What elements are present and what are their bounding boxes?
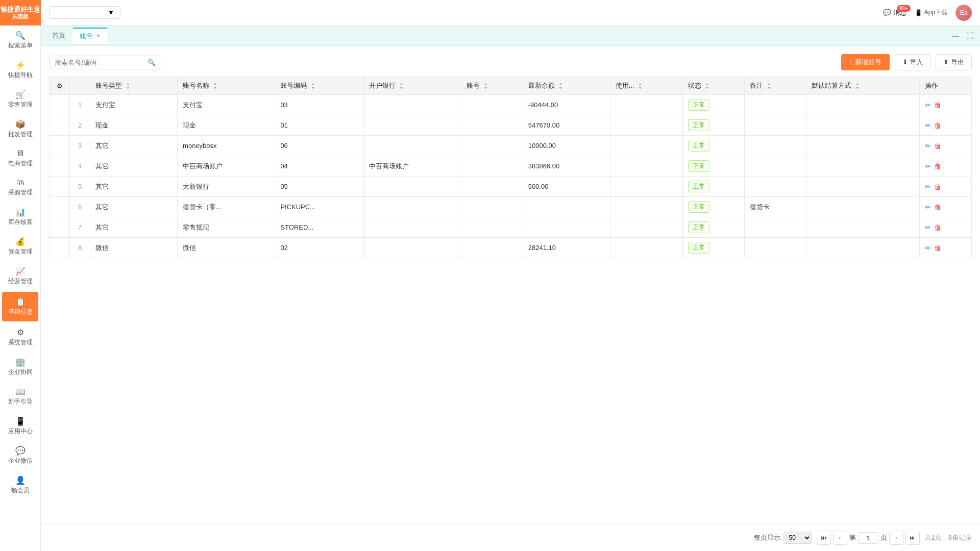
th-usage-sort: ▲▼	[638, 82, 642, 90]
th-usage[interactable]: 使用... ▲▼	[610, 77, 682, 95]
row-edit-btn[interactable]: ✏	[925, 142, 931, 150]
row-edit-btn[interactable]: ✏	[925, 183, 931, 191]
per-page-select[interactable]: 50 100 200	[783, 532, 812, 544]
row-code-cell: 06	[275, 136, 363, 156]
row-bank-cell	[363, 95, 461, 115]
tabbar-minimize-btn[interactable]: —	[949, 30, 962, 42]
row-delete-btn[interactable]: 🗑	[934, 142, 941, 150]
th-usage-label: 使用...	[616, 82, 634, 89]
tabbar-maximize-btn[interactable]: ⛶	[964, 30, 976, 42]
row-bank-cell	[363, 217, 461, 238]
row-bank-cell	[363, 197, 461, 217]
row-num-cell: 3	[70, 136, 90, 156]
th-code[interactable]: 账号编码 ▲▼	[275, 77, 363, 95]
sidebar-item-newbie[interactable]: 📖 新手引导	[0, 382, 40, 411]
row-type-cell: 其它	[90, 136, 178, 156]
tab-account-close[interactable]: ✕	[96, 33, 101, 39]
row-delete-btn[interactable]: 🗑	[934, 244, 941, 252]
sidebar-item-ecommerce-label: 电商管理	[2, 159, 38, 168]
tab-account[interactable]: 账号 ✕	[72, 28, 108, 44]
row-remark-cell	[745, 177, 806, 197]
topbar-message[interactable]: 💬 消息 99+	[883, 8, 906, 17]
th-operation-label: 操作	[925, 82, 938, 89]
th-account[interactable]: 账号 ▲▼	[461, 77, 523, 95]
add-account-button[interactable]: + 新增账号	[841, 54, 890, 70]
th-name-label: 账号名称	[183, 82, 209, 89]
export-button[interactable]: ⬆ 导出	[936, 54, 972, 70]
row-type-cell: 其它	[90, 177, 178, 197]
row-delete-btn[interactable]: 🗑	[934, 203, 941, 211]
th-status[interactable]: 状态 ▲▼	[682, 77, 745, 95]
th-status-label: 状态	[688, 82, 701, 89]
page-input[interactable]	[858, 532, 878, 544]
row-edit-btn[interactable]: ✏	[925, 244, 931, 252]
row-edit-btn[interactable]: ✏	[925, 101, 931, 109]
account-table: ⚙ 账号类型 ▲▼ 账号名称 ▲▼ 账号编码 ▲▼ 开户	[49, 77, 972, 258]
sidebar-item-member[interactable]: 👤 畅会员	[0, 470, 40, 500]
th-status-sort: ▲▼	[705, 82, 709, 90]
sidebar-item-wechat[interactable]: 💬 企业微信	[0, 441, 40, 470]
th-balance[interactable]: 最新余额 ▲▼	[523, 77, 610, 95]
account-search-input[interactable]	[55, 59, 144, 66]
sidebar-item-newbie-label: 新手引导	[2, 397, 38, 406]
row-edit-btn[interactable]: ✏	[925, 223, 931, 232]
sidebar-item-basic[interactable]: 📋 基础信息	[2, 292, 38, 321]
th-balance-sort: ▲▼	[558, 82, 562, 90]
sidebar-item-system[interactable]: ⚙ 系统管理	[0, 322, 40, 352]
page-next-btn[interactable]: ›	[889, 531, 903, 545]
sidebar-item-operations[interactable]: 📈 经营管理	[0, 261, 40, 291]
sidebar-item-app-center[interactable]: 📱 应用中心	[0, 411, 40, 441]
row-num-cell: 1	[70, 95, 90, 115]
th-bank[interactable]: 开户银行 ▲▼	[363, 77, 461, 95]
page-first-btn[interactable]: ⏮	[817, 531, 831, 545]
sidebar-item-inventory[interactable]: 📊 库存核算	[0, 202, 40, 232]
sidebar-item-retail[interactable]: 🛒 零售管理	[0, 85, 40, 114]
sidebar-item-search[interactable]: 🔍 搜索菜单	[0, 26, 40, 55]
toolbar-left: 🔍	[49, 56, 161, 69]
main-area: ▼ 💬 消息 99+ 📱 App下载 Ea 首页 账号 ✕	[41, 0, 980, 551]
sidebar-item-ecommerce[interactable]: 🖥 电商管理	[0, 144, 40, 173]
row-delete-btn[interactable]: 🗑	[934, 121, 941, 130]
row-delete-btn[interactable]: 🗑	[934, 223, 941, 232]
th-name[interactable]: 账号名称 ▲▼	[178, 77, 275, 95]
sidebar-item-system-label: 系统管理	[2, 338, 38, 347]
row-delete-btn[interactable]: 🗑	[934, 162, 941, 170]
table-header-row: ⚙ 账号类型 ▲▼ 账号名称 ▲▼ 账号编码 ▲▼ 开户	[50, 77, 972, 95]
sidebar-item-wholesale[interactable]: 📦 批发管理	[0, 114, 40, 144]
user-avatar[interactable]: Ea	[955, 5, 972, 21]
sidebar-item-purchase[interactable]: 🛍 采购管理	[0, 173, 40, 202]
topbar-search-box[interactable]: ▼	[49, 6, 120, 19]
th-remark[interactable]: 备注 ▲▼	[745, 77, 806, 95]
row-account-cell	[461, 95, 523, 115]
row-usage-cell	[610, 238, 682, 258]
topbar-search-input[interactable]	[54, 9, 105, 16]
row-name-cell: 提货卡（零...	[178, 197, 275, 217]
enterprise-icon: 🏢	[2, 357, 38, 367]
th-code-label: 账号编码	[280, 82, 307, 89]
row-name-cell: 支付宝	[178, 95, 275, 115]
row-code-cell: 01	[275, 115, 363, 136]
tab-home[interactable]: 首页	[45, 28, 72, 43]
th-settings[interactable]: ⚙	[50, 77, 70, 95]
row-edit-btn[interactable]: ✏	[925, 203, 931, 211]
page-last-btn[interactable]: ⏭	[905, 531, 920, 545]
row-account-cell	[461, 136, 523, 156]
sidebar-item-finance[interactable]: 💰 资金管理	[0, 232, 40, 261]
row-status-cell: 正常	[682, 177, 745, 197]
th-type[interactable]: 账号类型 ▲▼	[90, 77, 178, 95]
row-edit-btn[interactable]: ✏	[925, 162, 931, 170]
row-num-cell: 7	[70, 217, 90, 238]
th-default-settlement[interactable]: 默认结算方式 ▲▼	[806, 77, 919, 95]
row-edit-btn[interactable]: ✏	[925, 121, 931, 130]
row-remark-cell	[745, 156, 806, 177]
row-delete-btn[interactable]: 🗑	[934, 101, 941, 109]
topbar-app-download[interactable]: 📱 App下载	[915, 8, 947, 17]
topbar-dropdown-arrow[interactable]: ▼	[108, 9, 114, 16]
th-account-sort: ▲▼	[483, 82, 487, 90]
row-delete-btn[interactable]: 🗑	[934, 183, 941, 191]
sidebar-item-shortcut[interactable]: ⚡ 快捷导航	[0, 55, 40, 85]
page-prev-btn[interactable]: ‹	[833, 531, 847, 545]
sidebar-item-enterprise[interactable]: 🏢 企业协同	[0, 352, 40, 382]
account-search-box[interactable]: 🔍	[49, 56, 161, 69]
import-button[interactable]: ⬇ 导入	[895, 54, 931, 70]
